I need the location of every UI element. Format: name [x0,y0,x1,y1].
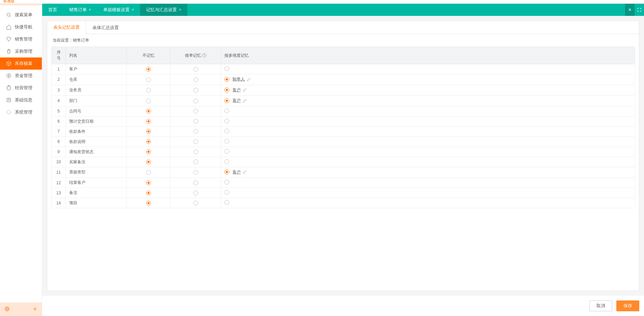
th-bybill: 按单记忆? [170,47,221,64]
radio-by-bill[interactable] [193,88,198,93]
table-row: 2仓库制单人 [52,74,635,85]
radio-by-dim[interactable] [224,159,229,164]
radio-no-mem[interactable] [146,180,151,185]
radio-by-bill[interactable] [193,109,198,114]
svg-line-1 [10,16,11,17]
dim-link[interactable]: 制单人 [233,76,245,82]
tab-首页[interactable]: 首页 [42,4,63,16]
radio-by-dim[interactable] [224,200,229,205]
sidebar-footer [0,302,42,316]
col-name: 合同号 [66,106,127,116]
radio-by-dim[interactable] [224,108,229,113]
edit-icon[interactable] [243,170,247,174]
tab-记忆与汇总设置[interactable]: 记忆与汇总设置× [140,4,187,16]
radio-by-dim[interactable] [224,88,229,92]
close-icon[interactable]: × [179,7,181,12]
radio-no-mem[interactable] [146,160,151,164]
sidebar-item-fund[interactable]: 资金管理 [0,70,42,82]
help-icon[interactable]: ? [202,53,206,57]
save-button[interactable]: 保存 [616,300,639,311]
radio-by-dim[interactable] [224,129,229,133]
radio-by-dim[interactable] [224,98,229,103]
form-icon [6,97,11,103]
radio-by-bill[interactable] [193,77,198,82]
radio-by-bill[interactable] [193,201,198,205]
box-icon [6,61,11,66]
radio-no-mem[interactable] [146,67,151,72]
radio-no-mem[interactable] [146,99,151,103]
radio-no-mem[interactable] [146,201,151,205]
table-row: 6预计交货日期 [52,116,635,126]
sidebar-item-stock[interactable]: 库存核算 [0,57,42,70]
radio-by-dim[interactable] [224,139,229,144]
radio-no-mem[interactable] [146,88,151,93]
edition-label: 标准版 [3,0,15,4]
bag-icon [6,49,11,54]
radio-by-dim[interactable] [224,77,229,82]
sidebar-item-base[interactable]: 基础信息 [0,94,42,106]
cancel-button[interactable]: 取消 [589,300,612,311]
radio-by-bill[interactable] [193,139,198,144]
radio-by-bill[interactable] [193,191,198,195]
radio-no-mem[interactable] [146,149,151,154]
radio-by-dim[interactable] [224,170,229,174]
radio-by-bill[interactable] [193,149,198,154]
dim-link[interactable]: 客户 [233,87,241,93]
edit-icon[interactable] [247,77,251,81]
close-icon[interactable]: × [132,7,134,12]
settings-icon[interactable] [5,307,9,312]
inner-tab[interactable]: 表体汇总设置 [86,21,125,34]
inner-tab[interactable]: 表头记忆设置 [47,21,86,34]
sidebar-item-quick[interactable]: 快捷导航 [0,21,42,33]
table-row: 14项目 [52,198,635,208]
radio-no-mem[interactable] [146,139,151,144]
radio-by-dim[interactable] [224,149,229,154]
sidebar-item-search[interactable]: 搜索菜单 [0,9,42,21]
col-name: 收款说明 [66,137,127,147]
tab-单据模板设置[interactable]: 单据模板设置× [97,4,140,16]
radio-no-mem[interactable] [146,77,151,82]
table-row: 12结算客户 [52,178,635,188]
radio-no-mem[interactable] [146,170,151,175]
fullscreen-icon[interactable] [635,4,644,16]
col-name: 预计交货日期 [66,116,127,126]
dim-link[interactable]: 客户 [233,169,241,175]
radio-by-dim[interactable] [224,66,229,71]
radio-by-bill[interactable] [193,129,198,134]
radio-by-bill[interactable] [193,67,198,72]
radio-by-bill[interactable] [193,119,198,124]
radio-by-dim[interactable] [224,180,229,185]
collapse-icon[interactable] [32,307,37,312]
radio-no-mem[interactable] [146,191,151,195]
radio-no-mem[interactable] [146,129,151,134]
radio-by-bill[interactable] [193,170,198,175]
gear-icon [6,110,11,115]
radio-by-bill[interactable] [193,99,198,103]
dim-link[interactable]: 客户 [233,98,241,103]
sidebar-item-purchase[interactable]: 采购管理 [0,45,42,57]
svg-point-8 [7,111,11,114]
col-name: 客户 [66,64,127,74]
home-icon [6,24,11,30]
close-all-tabs-icon[interactable]: ✕ [625,4,635,16]
radio-by-dim[interactable] [224,119,229,123]
tab-销售订单[interactable]: 销售订单× [63,4,97,16]
table-row: 1客户 [52,64,635,74]
sidebar-item-sales[interactable]: 销售管理 [0,33,42,45]
close-icon[interactable]: × [89,7,91,12]
radio-by-bill[interactable] [193,160,198,164]
coin-icon [6,73,11,78]
radio-no-mem[interactable] [146,109,151,114]
search-icon [6,12,11,18]
table-row: 8收款说明 [52,137,635,147]
col-name: 业务员 [66,85,127,96]
svg-rect-5 [7,98,11,102]
radio-by-bill[interactable] [193,180,198,185]
sidebar-item-sys[interactable]: 系统管理 [0,106,42,118]
sidebar-item-biz[interactable]: 经营管理 [0,82,42,94]
radio-by-dim[interactable] [224,190,229,195]
edit-icon[interactable] [243,99,247,103]
radio-no-mem[interactable] [146,119,151,124]
col-name: 项目 [66,198,127,208]
edit-icon[interactable] [243,88,247,92]
